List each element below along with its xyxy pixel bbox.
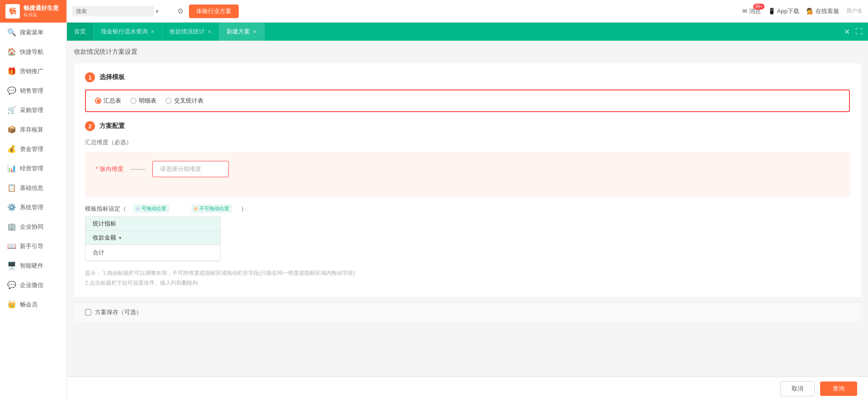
step2-section: 2 方案配置 汇总维度（必选） * 纵向维度 —— 请选择分组维度 [85, 121, 850, 288]
stats-header: 统计指标 [85, 217, 220, 231]
hardware-icon: 🖥️ [7, 261, 16, 270]
tips-section: 提示： 1.拖动标题栏可以调整布局，不可跨维度或指标区域拖动栏目字段(只能在同一… [85, 268, 850, 288]
book-icon: 📖 [7, 242, 16, 250]
tip-1: 提示： 1.拖动标题栏可以调整布局，不可跨维度或指标区域拖动栏目字段(只能在同一… [85, 268, 850, 278]
query-button[interactable]: 查询 [820, 381, 857, 396]
stats-box: 统计指标 收款金额 ▾ 合计 [85, 216, 221, 261]
gear-icon: ⚙️ [7, 203, 16, 212]
dimension-area: * 纵向维度 —— 请选择分组维度 [85, 152, 850, 197]
non-draggable-dot [194, 207, 198, 211]
dimension-arrow-icon: —— [131, 165, 145, 173]
trial-button[interactable]: 体验行业方案 [189, 5, 239, 18]
step2-header: 2 方案配置 [85, 121, 850, 131]
step2-badge: 2 [85, 121, 95, 131]
search-area: ▾ [72, 6, 172, 16]
dimension-row: * 纵向维度 —— 请选择分组维度 [96, 161, 839, 177]
radio-cross-circle [165, 98, 172, 104]
user-info[interactable]: 用户名 [846, 7, 863, 15]
online-service-button[interactable]: 💁 在线客服 [807, 7, 839, 15]
sales-icon: 💬 [7, 86, 16, 95]
app-icon: 📱 [768, 8, 775, 14]
indicator-header: 模板指标设定（ 可拖动位置 不可拖动位置 ） [85, 204, 850, 213]
radio-summary[interactable]: 汇总表 [95, 97, 121, 105]
draggable-dot [136, 207, 140, 211]
sidebar-item-system[interactable]: ⚙️ 系统管理 [0, 198, 66, 217]
step1-badge: 1 [85, 72, 95, 82]
tab-new-plan-close[interactable]: ✕ [253, 29, 257, 35]
step1-header: 1 选择模板 [85, 72, 850, 82]
radio-cross[interactable]: 交叉统计表 [165, 97, 203, 105]
wechat-icon: 💬 [7, 281, 16, 289]
sidebar-item-guide[interactable]: 📖 新手引导 [0, 236, 66, 256]
content-area: 收款情况统计方案设置 1 选择模板 汇总表 明细表 [67, 41, 868, 376]
tab-bank-flow-close[interactable]: ✕ [151, 29, 155, 35]
dimension-section-title: 汇总维度（必选） [85, 138, 850, 146]
message-icon: ✉ [742, 8, 747, 14]
step2-title: 方案配置 [99, 122, 125, 130]
sidebar-item-inventory[interactable]: 📦 库存核算 [0, 120, 66, 139]
tip-2: 2.点击标题栏下拉可设置排序、插入列和删除列 [85, 278, 850, 288]
tab-receipt-stats[interactable]: 收款情况统计 ✕ [162, 23, 219, 41]
tabbar: 首页 现金银行流水查询 ✕ 收款情况统计 ✕ 新建方案 ✕ ✕ ⛶ [67, 23, 868, 41]
radio-detail-circle [130, 98, 137, 104]
save-section: 方案保存（可选） [74, 302, 861, 322]
draggable-tag: 可拖动位置 [133, 204, 169, 213]
sidebar-item-operation[interactable]: 📊 经营管理 [0, 159, 66, 178]
topbar: ▾ ⚙ 体验行业方案 ✉ 消息 99+ 📱 App下载 💁 在线客服 用户名 [67, 0, 868, 23]
non-draggable-tag: 不可拖动位置 [191, 204, 232, 213]
search-menu-icon: 🔍 [7, 28, 16, 37]
app-download-button[interactable]: 📱 App下载 [768, 7, 799, 15]
sidebar-item-member[interactable]: 👑 畅会员 [0, 295, 66, 314]
sidebar-item-wechat[interactable]: 💬 企业微信 [0, 275, 66, 295]
tab-receipt-stats-close[interactable]: ✕ [208, 29, 212, 35]
sidebar-item-sales[interactable]: 💬 销售管理 [0, 81, 66, 100]
tab-home[interactable]: 首页 [67, 23, 94, 41]
service-icon: 💁 [807, 8, 814, 14]
cart-icon: 🛒 [7, 106, 16, 114]
tab-controls: ✕ ⛶ [839, 23, 868, 41]
dimension-row-label: * 纵向维度 [96, 165, 123, 173]
sidebar: 畅 畅捷通好生意 标准版 🔍 搜索菜单 🏠 快捷导航 🎁 营销推广 💬 销售管理… [0, 0, 67, 400]
home-icon: 🏠 [7, 47, 16, 56]
sidebar-item-search-menu[interactable]: 🔍 搜索菜单 [0, 23, 66, 42]
clipboard-icon: 📋 [7, 184, 16, 192]
cancel-button[interactable]: 取消 [780, 381, 815, 396]
stats-cell-total: 合计 [85, 245, 220, 261]
sidebar-item-finance[interactable]: 💰 资金管理 [0, 139, 66, 159]
sidebar-item-marketing[interactable]: 🎁 营销推广 [0, 61, 66, 81]
logo-icon: 畅 [5, 4, 20, 19]
topbar-right: ✉ 消息 99+ 📱 App下载 💁 在线客服 用户名 [742, 7, 863, 15]
logo-text: 畅捷通好生意 标准版 [24, 5, 59, 18]
sidebar-item-purchase[interactable]: 🛒 采购管理 [0, 100, 66, 120]
sidebar-item-quick-nav[interactable]: 🏠 快捷导航 [0, 42, 66, 61]
footer: 取消 查询 [67, 376, 868, 400]
sidebar-item-basic-info[interactable]: 📋 基础信息 [0, 178, 66, 198]
tab-expand-icon[interactable]: ⛶ [855, 28, 863, 36]
tab-new-plan[interactable]: 新建方案 ✕ [219, 23, 264, 41]
crown-icon: 👑 [7, 300, 16, 309]
tab-bank-flow[interactable]: 现金银行流水查询 ✕ [94, 23, 162, 41]
box-icon: 📦 [7, 125, 16, 134]
template-selection: 汇总表 明细表 交叉统计表 [85, 89, 850, 112]
sidebar-logo: 畅 畅捷通好生意 标准版 [0, 0, 66, 23]
save-label: 方案保存（可选） [95, 308, 142, 316]
sidebar-item-hardware[interactable]: 🖥️ 智能硬件 [0, 256, 66, 275]
settings-icon[interactable]: ⚙ [177, 7, 184, 15]
step1-title: 选择模板 [99, 73, 125, 81]
message-button[interactable]: ✉ 消息 99+ [742, 7, 761, 15]
dimension-selector[interactable]: 请选择分组维度 [152, 161, 229, 177]
stats-col-header[interactable]: 收款金额 ▾ [85, 231, 220, 245]
settings-card: 1 选择模板 汇总表 明细表 交叉统计表 [74, 63, 861, 297]
page-title: 收款情况统计方案设置 [74, 48, 861, 56]
main-area: ▾ ⚙ 体验行业方案 ✉ 消息 99+ 📱 App下载 💁 在线客服 用户名 [67, 0, 868, 400]
search-input[interactable] [72, 6, 154, 16]
search-dropdown-icon[interactable]: ▾ [156, 8, 159, 15]
radio-group: 汇总表 明细表 交叉统计表 [95, 97, 203, 105]
sidebar-item-enterprise[interactable]: 🏢 企业协同 [0, 217, 66, 236]
indicator-section: 模板指标设定（ 可拖动位置 不可拖动位置 ） [85, 204, 850, 261]
tab-close-icon[interactable]: ✕ [844, 28, 850, 36]
save-checkbox[interactable] [85, 309, 91, 315]
chevron-down-icon: ▾ [119, 235, 122, 241]
enterprise-icon: 🏢 [7, 222, 16, 231]
radio-detail[interactable]: 明细表 [130, 97, 156, 105]
